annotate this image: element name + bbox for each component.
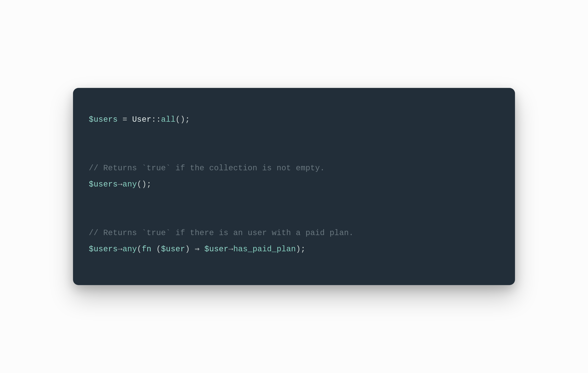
token-close-paren-1: ) <box>185 245 190 254</box>
token-double-colon: :: <box>151 115 161 124</box>
token-parens-1: () <box>175 115 185 124</box>
token-prop-has-paid-plan: has_paid_plan <box>233 245 296 254</box>
token-assign: = <box>118 115 132 124</box>
token-fn-all: all <box>161 115 175 124</box>
token-semicolon-3: ; <box>301 245 305 254</box>
token-parens-2: () <box>137 180 147 189</box>
token-semicolon-1: ; <box>185 115 190 124</box>
token-space-1 <box>151 245 156 254</box>
token-open-paren-2: ( <box>156 245 161 254</box>
code-card: $users = User::all(); // Returns `true` … <box>73 88 515 285</box>
stage: $users = User::all(); // Returns `true` … <box>0 0 588 373</box>
token-var-user-2: $user <box>204 245 229 254</box>
token-kw-fn: fn <box>142 245 151 254</box>
token-obj-arrow-1: → <box>118 180 122 189</box>
token-semicolon-2: ; <box>147 180 151 189</box>
token-fn-any-2: any <box>123 245 137 254</box>
token-class-user: User <box>132 115 152 124</box>
token-open-paren-1: ( <box>137 245 142 254</box>
token-comment-2: // Returns `true` if there is an user wi… <box>89 229 354 238</box>
token-obj-arrow-3: → <box>229 245 233 254</box>
token-var-user-1: $user <box>161 245 185 254</box>
token-var-users: $users <box>89 115 118 124</box>
code-block: $users = User::all(); // Returns `true` … <box>89 112 499 257</box>
token-var-users-3: $users <box>89 245 118 254</box>
token-comment-1: // Returns `true` if the collection is n… <box>89 164 325 173</box>
token-var-users-2: $users <box>89 180 118 189</box>
token-obj-arrow-2: → <box>118 245 122 254</box>
token-double-arrow: ⇒ <box>190 245 204 254</box>
token-fn-any-1: any <box>123 180 137 189</box>
token-close-paren-2: ) <box>296 245 301 254</box>
